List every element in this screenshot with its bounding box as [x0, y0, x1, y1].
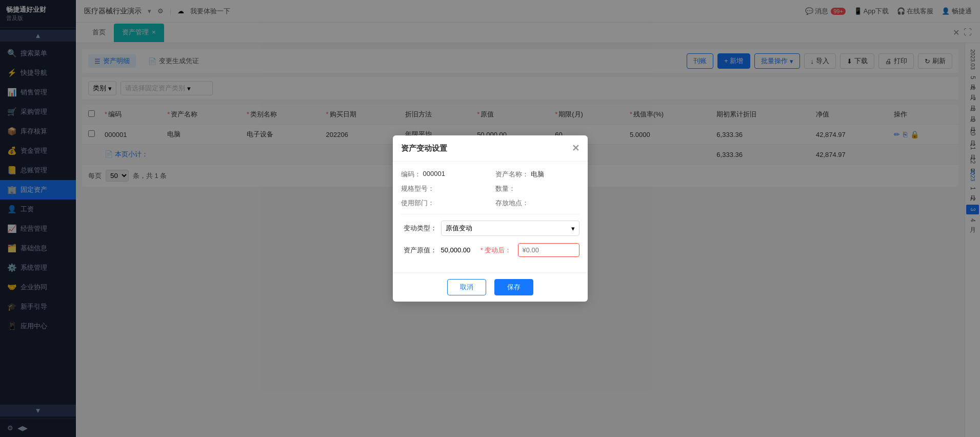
modal-close-button[interactable]: ✕	[572, 143, 579, 154]
modal-after-label: * 变动后：	[481, 246, 512, 255]
modal-value-row: 资产原值： 50,000.00 * 变动后：	[401, 243, 579, 257]
modal-dept-label: 使用部门：	[401, 198, 434, 208]
modal-original-value-value: 50,000.00	[441, 246, 476, 254]
modal-change-type-select[interactable]: 原值变动 ▾	[441, 221, 579, 236]
modal-body: 编码： 000001 资产名称： 电脑 规格型号： 数量： 使用部门：	[393, 162, 588, 272]
modal-change-type-label: 变动类型：	[401, 224, 437, 233]
modal-footer: 取消 保存	[393, 272, 588, 302]
modal-change-type-chevron: ▾	[571, 225, 575, 232]
modal-info-grid: 编码： 000001 资产名称： 电脑 规格型号： 数量： 使用部门：	[401, 170, 579, 208]
save-button[interactable]: 保存	[494, 279, 533, 295]
modal-change-type-value: 原值变动	[446, 224, 472, 233]
modal-overlay: 资产变动设置 ✕ 编码： 000001 资产名称： 电脑 规格型号： 数量：	[0, 0, 980, 437]
modal-asset-name-label: 资产名称：	[495, 170, 529, 179]
modal-after-input[interactable]	[518, 243, 579, 257]
modal-dept-field: 使用部门：	[401, 198, 485, 208]
modal-divider	[401, 214, 579, 214]
modal-asset-name-value: 电脑	[531, 170, 544, 179]
modal-spec-field: 规格型号：	[401, 184, 485, 193]
modal-location-field: 存放地点：	[495, 198, 579, 208]
modal-code-value: 000001	[423, 170, 445, 179]
modal-asset-name-field: 资产名称： 电脑	[495, 170, 579, 179]
modal-code-label: 编码：	[401, 170, 421, 179]
modal-spec-label: 规格型号：	[401, 184, 434, 193]
modal-quantity-label: 数量：	[495, 184, 515, 193]
modal-header: 资产变动设置 ✕	[393, 135, 588, 162]
modal-location-label: 存放地点：	[495, 198, 529, 208]
cancel-button[interactable]: 取消	[447, 279, 486, 295]
modal-title: 资产变动设置	[401, 144, 447, 153]
modal-original-value-label: 资产原值：	[401, 246, 437, 255]
modal-quantity-field: 数量：	[495, 184, 579, 193]
modal-change-type-row: 变动类型： 原值变动 ▾	[401, 221, 579, 236]
modal-code-field: 编码： 000001	[401, 170, 485, 179]
asset-change-modal: 资产变动设置 ✕ 编码： 000001 资产名称： 电脑 规格型号： 数量：	[393, 135, 588, 302]
